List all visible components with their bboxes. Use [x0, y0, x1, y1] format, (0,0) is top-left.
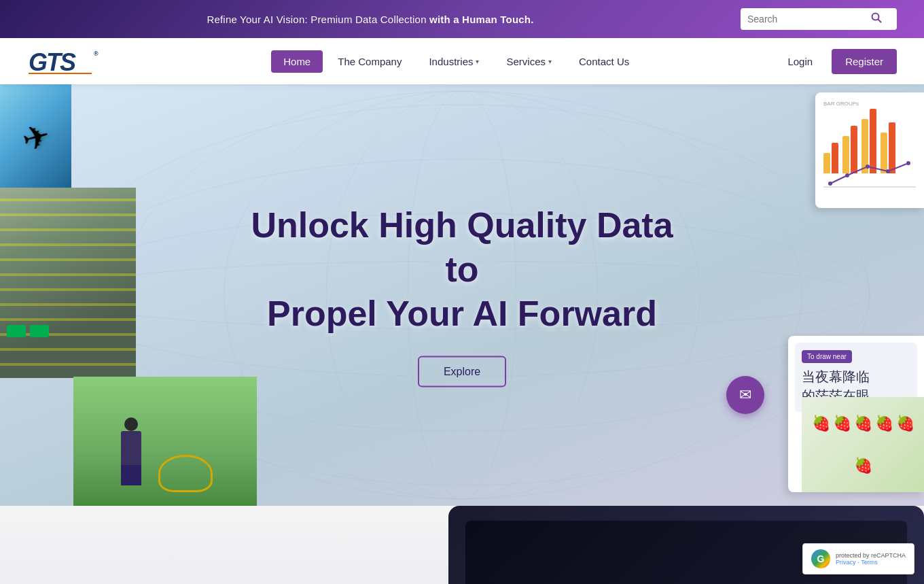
banner-bold: with a Human Touch.: [429, 14, 534, 25]
nav-item-the-company[interactable]: The Company: [325, 50, 414, 73]
hero-section: ✈ BAR GROUPs: [0, 84, 924, 506]
hero-chart-card: BAR GROUPs: [815, 92, 924, 208]
chat-icon: ✉: [739, 386, 751, 404]
chat-float-button[interactable]: ✉: [726, 376, 764, 414]
hero-content: Unlock High Quality Data to Propel Your …: [231, 203, 693, 388]
search-button[interactable]: [870, 12, 883, 26]
svg-text:®: ®: [94, 50, 99, 57]
translation-english: To draw near: [802, 350, 852, 363]
search-box[interactable]: [741, 8, 897, 30]
banner-regular: Refine Your AI Vision: Premium Data Coll…: [207, 14, 429, 25]
main-nav: Home The Company Industries ▾ Services ▾…: [136, 50, 777, 73]
person-dog-scene: [73, 377, 257, 506]
svg-point-13: [828, 182, 832, 186]
recaptcha-text: protected by reCAPTCHA Privacy - Terms: [836, 552, 906, 566]
nav-item-services[interactable]: Services ▾: [494, 50, 564, 73]
hero-image-traffic: [0, 188, 136, 378]
svg-point-17: [906, 161, 910, 165]
strawberry-icon: 🍓: [833, 415, 851, 432]
hero-title: Unlock High Quality Data to Propel Your …: [231, 203, 693, 336]
header: GTS ® Home The Company Industries ▾ Serv…: [0, 38, 924, 84]
bus-shapes: [7, 325, 49, 337]
recaptcha-logo: G: [811, 549, 830, 568]
top-banner: Refine Your AI Vision: Premium Data Coll…: [0, 0, 924, 38]
search-input[interactable]: [747, 14, 870, 24]
person-legs: [121, 465, 141, 485]
services-chevron: ▾: [548, 58, 552, 65]
hero-translation-card: To draw near 当夜幕降临的茫茫在眼 🍓 🍓 🍓 🍓 🍓 🍓: [788, 336, 924, 492]
person-body: [121, 431, 141, 465]
industries-chevron: ▾: [476, 58, 479, 65]
hero-image-airplane: ✈: [0, 84, 71, 190]
chart-line-overlay: [823, 156, 916, 190]
svg-point-14: [845, 173, 849, 177]
strawberry-icon: 🍓: [875, 415, 893, 432]
svg-point-15: [866, 165, 870, 169]
airplane-icon: ✈: [18, 115, 54, 158]
svg-line-1: [878, 20, 881, 22]
login-button[interactable]: Login: [777, 50, 823, 73]
strawberry-icon: 🍓: [854, 457, 872, 475]
bus-2: [30, 325, 49, 337]
svg-text:GTS: GTS: [29, 48, 76, 76]
nav-item-industries[interactable]: Industries ▾: [416, 50, 491, 73]
person-silhouette: [114, 417, 148, 485]
banner-text: Refine Your AI Vision: Premium Data Coll…: [0, 14, 741, 25]
explore-button[interactable]: Explore: [418, 356, 506, 388]
chart-title: BAR GROUPs: [823, 101, 916, 107]
dog-outline: [158, 455, 213, 492]
logo[interactable]: GTS ®: [27, 46, 109, 76]
road-pattern: [0, 188, 136, 378]
hero-image-person-dog: [73, 377, 257, 506]
auth-buttons: Login Register: [777, 49, 897, 74]
svg-point-16: [886, 169, 890, 173]
nav-item-home[interactable]: Home: [271, 50, 323, 73]
strawberry-icon: 🍓: [812, 415, 830, 432]
nav-item-contact-us[interactable]: Contact Us: [567, 50, 641, 73]
person-head: [124, 417, 138, 431]
bus-1: [7, 325, 26, 337]
register-button[interactable]: Register: [832, 49, 897, 74]
strawberry-icon: 🍓: [854, 415, 872, 432]
bottom-section: [0, 506, 924, 584]
recaptcha-badge: G protected by reCAPTCHA Privacy - Terms: [802, 543, 914, 574]
strawberry-icon: 🍓: [896, 415, 914, 432]
strawberry-area: 🍓 🍓 🍓 🍓 🍓 🍓: [802, 397, 924, 492]
